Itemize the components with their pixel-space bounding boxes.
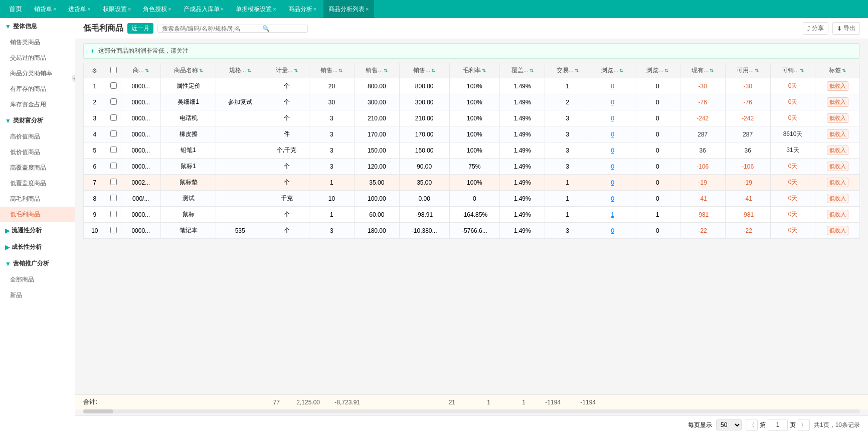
- col-spec[interactable]: 规格...⇅: [216, 63, 264, 78]
- col-sales-amount[interactable]: 销售...⇅: [354, 63, 399, 78]
- col-view2[interactable]: 浏览...⇅: [635, 63, 680, 78]
- row-view1[interactable]: 0: [590, 78, 635, 94]
- row-view1[interactable]: 1: [590, 207, 635, 223]
- nav-purchase-close[interactable]: ×: [87, 6, 90, 12]
- row-checkbox[interactable]: [106, 126, 121, 142]
- sidebar-item-category-rate[interactable]: 商品分类助销率: [0, 66, 75, 81]
- row-checkbox[interactable]: [106, 78, 121, 94]
- row-view1[interactable]: 0: [590, 142, 635, 159]
- row-sales-qty: 3: [309, 110, 354, 126]
- nav-sales-close[interactable]: ×: [53, 6, 56, 12]
- page-number-input[interactable]: [768, 419, 788, 431]
- nav-permissions[interactable]: 权限设置 ×: [98, 0, 136, 18]
- row-select-checkbox[interactable]: [110, 227, 117, 233]
- time-filter-badge[interactable]: 近一月: [127, 23, 153, 34]
- sidebar-item-new-goods[interactable]: 新品: [0, 287, 75, 303]
- sidebar-item-traded-goods[interactable]: 交易过的商品: [0, 50, 75, 66]
- nav-analysis-close[interactable]: ×: [313, 6, 316, 12]
- col-current[interactable]: 现有...⇅: [680, 63, 725, 78]
- export-button[interactable]: ⬇ 导出: [832, 22, 860, 35]
- col-view1[interactable]: 浏览...⇅: [590, 63, 635, 78]
- col-trade[interactable]: 交易...⇅: [545, 63, 590, 78]
- sidebar-group-wealth[interactable]: ▼ 类财富分析: [0, 112, 75, 129]
- col-name[interactable]: 商品名称⇅: [160, 63, 216, 78]
- scroll-thumb[interactable]: [83, 409, 113, 413]
- nav-sales[interactable]: 销货单 ×: [29, 0, 61, 18]
- row-checkbox[interactable]: [106, 142, 121, 159]
- row-checkbox[interactable]: [106, 223, 121, 239]
- col-code[interactable]: 商...⇅: [121, 63, 160, 78]
- nav-home[interactable]: 首页: [4, 0, 27, 18]
- search-input[interactable]: [162, 25, 262, 32]
- sidebar-item-high-margin[interactable]: 高毛利商品: [0, 191, 75, 207]
- row-view1[interactable]: 0: [590, 126, 635, 142]
- sidebar-item-inventory-capital[interactable]: 库存资金占用: [0, 97, 75, 112]
- table-wrapper[interactable]: ⚙ 商...⇅ 商品名称⇅ 规格...⇅ 计量...⇅ 销售...⇅ 销售...…: [75, 63, 868, 394]
- sidebar-item-sales-goods[interactable]: 销售类商品: [0, 35, 75, 50]
- sidebar-item-low-value[interactable]: 低价值商品: [0, 144, 75, 160]
- col-select-all[interactable]: [106, 63, 121, 78]
- col-tag[interactable]: 标签⇅: [815, 63, 860, 78]
- row-name: 笔记本: [160, 223, 216, 239]
- row-view1[interactable]: 0: [590, 94, 635, 110]
- row-select-checkbox[interactable]: [110, 195, 117, 201]
- sidebar-item-low-margin[interactable]: 低毛利商品: [0, 207, 75, 222]
- col-saleable[interactable]: 可销...⇅: [770, 63, 815, 78]
- col-coverage[interactable]: 覆盖...⇅: [500, 63, 545, 78]
- row-select-checkbox[interactable]: [110, 179, 117, 185]
- row-select-checkbox[interactable]: [110, 82, 117, 89]
- nav-permissions-close[interactable]: ×: [128, 6, 131, 12]
- sidebar-group-overview[interactable]: ▼ 整体信息: [0, 18, 75, 35]
- next-page-button[interactable]: 〉: [798, 419, 810, 431]
- col-sales-profit[interactable]: 销售...⇅: [399, 63, 449, 78]
- sidebar-item-all-goods[interactable]: 全部商品: [0, 272, 75, 287]
- row-checkbox[interactable]: [106, 94, 121, 110]
- col-sales-qty[interactable]: 销售...⇅: [309, 63, 354, 78]
- sidebar-item-low-coverage[interactable]: 低覆盖度商品: [0, 176, 75, 191]
- row-trade: 3: [545, 126, 590, 142]
- row-view1[interactable]: 0: [590, 223, 635, 239]
- row-checkbox[interactable]: [106, 159, 121, 175]
- nav-purchase[interactable]: 进货单 ×: [63, 0, 95, 18]
- prev-page-button[interactable]: 〈: [746, 419, 758, 431]
- row-view1[interactable]: 0: [590, 110, 635, 126]
- row-select-checkbox[interactable]: [110, 130, 117, 137]
- nav-template-close[interactable]: ×: [273, 6, 276, 12]
- sidebar-item-high-value[interactable]: 高价值商品: [0, 129, 75, 144]
- row-checkbox[interactable]: [106, 110, 121, 126]
- nav-products[interactable]: 产成品入库单 ×: [179, 0, 229, 18]
- col-available[interactable]: 可用...⇅: [725, 63, 770, 78]
- sidebar-group-growth[interactable]: ▶ 成长性分析: [0, 239, 75, 255]
- nav-template[interactable]: 单据模板设置 ×: [231, 0, 281, 18]
- row-checkbox[interactable]: [106, 207, 121, 223]
- scroll-track[interactable]: [83, 409, 860, 413]
- row-select-checkbox[interactable]: [110, 98, 117, 105]
- row-view1[interactable]: 0: [590, 175, 635, 191]
- nav-analysis[interactable]: 商品分析 ×: [283, 0, 321, 18]
- row-sales-amount: 35.00: [354, 175, 399, 191]
- sidebar-group-marketing[interactable]: ▼ 营销推广分析: [0, 255, 75, 272]
- row-select-checkbox[interactable]: [110, 211, 117, 217]
- col-settings[interactable]: ⚙: [84, 63, 106, 78]
- nav-roles-close[interactable]: ×: [168, 6, 171, 12]
- row-checkbox[interactable]: [106, 175, 121, 191]
- sidebar-group-circulation[interactable]: ▶ 流通性分析: [0, 222, 75, 239]
- sidebar-item-high-coverage[interactable]: 高覆盖度商品: [0, 160, 75, 176]
- nav-products-close[interactable]: ×: [221, 6, 224, 12]
- select-all-checkbox[interactable]: [110, 67, 117, 73]
- sidebar-item-inventory-goods[interactable]: 有库存的商品: [0, 81, 75, 97]
- nav-analysis-list[interactable]: 商品分析列表 ×: [323, 0, 374, 18]
- nav-roles[interactable]: 角色授权 ×: [138, 0, 176, 18]
- col-gross-rate[interactable]: 毛利率⇅: [449, 63, 500, 78]
- row-checkbox[interactable]: [106, 191, 121, 207]
- row-select-checkbox[interactable]: [110, 147, 117, 153]
- row-view1[interactable]: 0: [590, 159, 635, 175]
- page-size-select[interactable]: 50 100 200: [716, 419, 742, 430]
- row-view1[interactable]: 0: [590, 191, 635, 207]
- search-icon[interactable]: 🔍: [262, 25, 270, 32]
- row-select-checkbox[interactable]: [110, 114, 117, 121]
- share-button[interactable]: ⤴ 分享: [803, 22, 828, 35]
- col-unit[interactable]: 计量...⇅: [264, 63, 309, 78]
- row-select-checkbox[interactable]: [110, 163, 117, 169]
- nav-analysis-list-close[interactable]: ×: [366, 6, 369, 12]
